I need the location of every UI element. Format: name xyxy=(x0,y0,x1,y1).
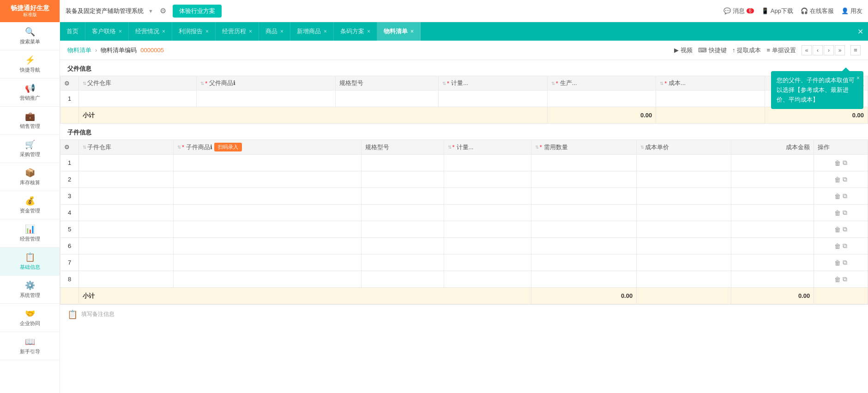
nav-tab-5[interactable]: 商品× xyxy=(259,22,290,41)
child-unitcost-cell-4[interactable] xyxy=(637,221,731,238)
child-delete-icon-3[interactable]: 🗑 xyxy=(834,209,841,217)
tooltip-close-button[interactable]: × xyxy=(856,74,860,83)
child-spec-cell-4[interactable] xyxy=(361,221,444,238)
child-warehouse-cell-3[interactable] xyxy=(79,205,174,221)
child-unit-cell-4[interactable] xyxy=(444,221,531,238)
nav-tab-close-1[interactable]: × xyxy=(119,28,122,35)
video-button[interactable]: ▶ 视频 xyxy=(674,46,693,54)
sidebar-item-system[interactable]: ⚙️ 系统管理 xyxy=(0,276,60,304)
child-copy-icon-0[interactable]: ⧉ xyxy=(843,159,847,167)
child-spec-cell-6[interactable] xyxy=(361,254,444,271)
child-product-cell-0[interactable] xyxy=(173,155,361,171)
child-copy-icon-7[interactable]: ⧉ xyxy=(843,275,847,283)
child-settings-header[interactable]: ⚙ xyxy=(60,140,79,155)
app-download-button[interactable]: 📱 App下载 xyxy=(761,7,793,15)
nav-tab-0[interactable]: 首页 xyxy=(60,22,85,41)
sidebar-item-purchase[interactable]: 🛒 采购管理 xyxy=(0,135,60,163)
nav-tab-close-6[interactable]: × xyxy=(324,28,327,35)
child-spec-cell-1[interactable] xyxy=(361,171,444,188)
child-delete-icon-6[interactable]: 🗑 xyxy=(834,259,841,266)
nav-tab-8[interactable]: 物料清单× xyxy=(377,22,421,41)
settings-icon[interactable]: ⚙ xyxy=(160,6,166,15)
child-delete-icon-7[interactable]: 🗑 xyxy=(834,276,841,283)
child-delete-icon-1[interactable]: 🗑 xyxy=(834,176,841,183)
child-delete-icon-2[interactable]: 🗑 xyxy=(834,193,841,200)
extract-cost-button[interactable]: ↑ 提取成本 xyxy=(732,46,761,54)
child-unitcost-cell-7[interactable] xyxy=(637,271,731,288)
child-copy-icon-1[interactable]: ⧉ xyxy=(843,175,847,183)
child-qty-cell-2[interactable] xyxy=(531,188,636,205)
child-spec-cell-3[interactable] xyxy=(361,205,444,221)
scan-input-button[interactable]: 扫码录入 xyxy=(214,143,242,151)
parent-spec-cell[interactable] xyxy=(336,91,439,107)
child-unitcost-cell-3[interactable] xyxy=(637,205,731,221)
last-record-button[interactable]: » xyxy=(835,45,845,55)
parent-product-cell[interactable] xyxy=(197,91,336,107)
sidebar-item-sales[interactable]: 💼 销售管理 xyxy=(0,107,60,135)
parent-settings-header[interactable]: ⚙ xyxy=(60,76,79,91)
child-unit-cell-7[interactable] xyxy=(444,271,531,288)
child-copy-icon-2[interactable]: ⧉ xyxy=(843,192,847,200)
sidebar-item-enterprise[interactable]: 🤝 企业协同 xyxy=(0,304,60,332)
child-qty-cell-7[interactable] xyxy=(531,271,636,288)
child-unit-cell-3[interactable] xyxy=(444,205,531,221)
child-warehouse-cell-4[interactable] xyxy=(79,221,174,238)
sidebar-item-quicknav[interactable]: ⚡ 快捷导航 xyxy=(0,50,60,79)
child-copy-icon-3[interactable]: ⧉ xyxy=(843,209,847,217)
sidebar-item-finance[interactable]: 💰 资金管理 xyxy=(0,191,60,219)
child-product-cell-5[interactable] xyxy=(173,238,361,254)
child-warehouse-cell-6[interactable] xyxy=(79,254,174,271)
sidebar-item-marketing[interactable]: 📢 营销推广 xyxy=(0,79,60,107)
nav-tab-close-5[interactable]: × xyxy=(280,28,283,35)
sidebar-item-guide[interactable]: 📖 新手引导 xyxy=(0,332,60,360)
child-product-cell-6[interactable] xyxy=(173,254,361,271)
child-product-cell-3[interactable] xyxy=(173,205,361,221)
sidebar-item-basic[interactable]: 📋 基础信息 xyxy=(0,248,60,276)
child-unitcost-cell-0[interactable] xyxy=(637,155,731,171)
child-qty-cell-4[interactable] xyxy=(531,221,636,238)
single-setting-button[interactable]: ≡ 单据设置 xyxy=(766,46,796,54)
parent-cost-cell[interactable] xyxy=(656,91,765,107)
child-qty-cell-1[interactable] xyxy=(531,171,636,188)
note-placeholder[interactable]: 填写备注信息 xyxy=(81,310,115,318)
nav-tab-6[interactable]: 新增商品× xyxy=(290,22,334,41)
child-unit-cell-1[interactable] xyxy=(444,171,531,188)
child-unitcost-cell-1[interactable] xyxy=(637,171,731,188)
nav-tab-close-3[interactable]: × xyxy=(205,28,209,35)
child-product-cell-7[interactable] xyxy=(173,271,361,288)
nav-tab-1[interactable]: 客户联络× xyxy=(85,22,129,41)
list-view-button[interactable]: ≡ xyxy=(850,45,861,55)
nav-tab-close-8[interactable]: × xyxy=(410,28,414,35)
child-warehouse-cell-0[interactable] xyxy=(79,155,174,171)
nav-tab-2[interactable]: 经营情况× xyxy=(129,22,172,41)
child-qty-cell-6[interactable] xyxy=(531,254,636,271)
nav-tab-3[interactable]: 利润报告× xyxy=(172,22,216,41)
child-warehouse-cell-1[interactable] xyxy=(79,171,174,188)
child-copy-icon-5[interactable]: ⧉ xyxy=(843,242,847,250)
child-spec-cell-5[interactable] xyxy=(361,238,444,254)
child-copy-icon-4[interactable]: ⧉ xyxy=(843,225,847,233)
first-record-button[interactable]: « xyxy=(802,45,812,55)
prev-record-button[interactable]: ‹ xyxy=(813,45,823,55)
sidebar-logo[interactable]: 畅捷通好生意 标准版 xyxy=(0,0,60,22)
child-spec-cell-0[interactable] xyxy=(361,155,444,171)
child-unitcost-cell-6[interactable] xyxy=(637,254,731,271)
online-service-button[interactable]: 🎧 在线客服 xyxy=(801,7,834,15)
child-warehouse-cell-7[interactable] xyxy=(79,271,174,288)
nav-tab-close-2[interactable]: × xyxy=(162,28,165,35)
child-unit-cell-6[interactable] xyxy=(444,254,531,271)
message-button[interactable]: 💬 消息 6 xyxy=(723,7,754,15)
child-unit-cell-0[interactable] xyxy=(444,155,531,171)
close-all-tabs-button[interactable]: ✕ xyxy=(853,27,868,36)
shortcut-button[interactable]: ⌨ 快捷键 xyxy=(698,46,727,54)
next-record-button[interactable]: › xyxy=(824,45,834,55)
sidebar-item-operations[interactable]: 📊 经营管理 xyxy=(0,219,60,248)
child-delete-icon-4[interactable]: 🗑 xyxy=(834,226,841,233)
child-unitcost-cell-5[interactable] xyxy=(637,238,731,254)
child-product-cell-1[interactable] xyxy=(173,171,361,188)
child-spec-cell-2[interactable] xyxy=(361,188,444,205)
parent-unit-cell[interactable] xyxy=(439,91,548,107)
child-qty-cell-0[interactable] xyxy=(531,155,636,171)
system-title-dropdown[interactable]: ▼ xyxy=(148,8,153,14)
child-unit-cell-5[interactable] xyxy=(444,238,531,254)
